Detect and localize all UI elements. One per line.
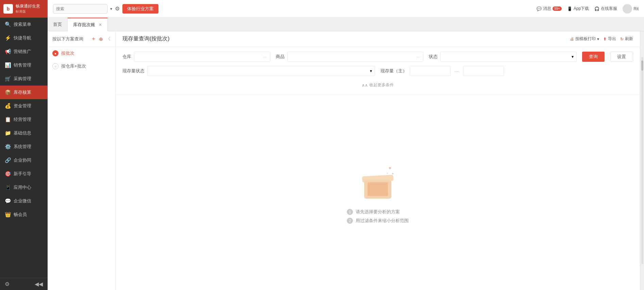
app-logo: b: [3, 4, 13, 14]
svg-rect-1: [368, 182, 388, 196]
sidebar-item-marketing[interactable]: 📢 营销推广: [0, 45, 48, 58]
filter-header: 按以下方案查询 ＋ ⊕ 《: [48, 31, 115, 47]
svg-text:✦: ✦: [388, 165, 392, 171]
sidebar: b 畅康通好生意 标准版 🔍 搜索菜单 ⚡ 快捷导航 📢 营销推广 📊 销售管理…: [0, 0, 48, 290]
sidebar-item-inventory[interactable]: 📦 库存核算: [0, 86, 48, 99]
filter-header-actions: ＋ ⊕ 《: [91, 35, 111, 42]
settings-button[interactable]: 设置: [610, 52, 633, 62]
search-filters: 仓库 ··· 商品 ···: [116, 47, 640, 95]
messages-group[interactable]: 💬 消息 99+: [537, 6, 562, 12]
qty-separator: —: [453, 69, 460, 74]
tab-inventory-batch[interactable]: 库存批次账 ✕: [68, 18, 108, 31]
finance-icon: 💰: [5, 103, 11, 109]
filter-item-warehouse-batch[interactable]: ○ 按仓库+批次: [48, 60, 115, 73]
topbar-dropdown-icon[interactable]: ▾: [110, 6, 112, 11]
query-button[interactable]: 查询: [582, 52, 605, 62]
warehouse-dots: ···: [263, 54, 267, 59]
topbar-search-input[interactable]: [53, 4, 107, 14]
user-avatar[interactable]: [623, 4, 632, 14]
settings-icon[interactable]: ⚙: [5, 281, 10, 287]
filter-item-batch-label: 按批次: [61, 50, 74, 56]
print-btn[interactable]: 🖨 按模板打印 ▾: [570, 36, 599, 42]
product-dots: ···: [417, 54, 421, 59]
svg-text:✦: ✦: [391, 172, 394, 176]
sidebar-item-quick-nav[interactable]: ⚡ 快捷导航: [0, 31, 48, 45]
headset-icon: 🎧: [594, 6, 599, 11]
main-area: ▾ ⚙ 体验行业方案 💬 消息 99+ 📱 App下载 🎧 在线客服 Rit: [48, 0, 644, 290]
sidebar-item-purchase[interactable]: 🛒 采购管理: [0, 72, 48, 86]
collapse-sidebar-icon[interactable]: ◀◀: [35, 281, 43, 287]
marketing-icon: 📢: [5, 49, 11, 55]
sidebar-item-operations[interactable]: 📋 经营管理: [0, 113, 48, 126]
inventory-status-label: 现存量状态: [122, 68, 145, 74]
appcenter-icon: 📱: [5, 184, 11, 191]
sidebar-item-enterprise[interactable]: 🔗 企业协同: [0, 153, 48, 167]
inventory-qty-min-input[interactable]: [410, 66, 451, 76]
sidebar-item-wechat[interactable]: 💬 企业微信: [0, 194, 48, 208]
warehouse-label: 仓库: [122, 54, 131, 60]
filter-item-warehouse-label: 按仓库+批次: [61, 63, 86, 69]
message-badge: 99+: [553, 6, 562, 11]
filter-item-warehouse-icon: ○: [52, 63, 58, 69]
app-edition: 标准版: [16, 9, 40, 14]
inventory-qty-field: 现存量（主） —: [380, 66, 633, 76]
filter-settings-icon[interactable]: ⊕: [99, 36, 103, 42]
sidebar-item-system[interactable]: ⚙️ 系统管理: [0, 140, 48, 153]
topbar-gear-icon[interactable]: ⚙: [115, 5, 120, 12]
sidebar-item-finance[interactable]: 💰 资金管理: [0, 99, 48, 113]
sidebar-header: b 畅康通好生意 标准版: [0, 0, 48, 18]
filter-add-icon[interactable]: ＋: [91, 35, 96, 42]
page-header: 现存量查询(按批次) 🖨 按模板打印 ▾ ⬆ 导出 ↻ 刷新: [116, 31, 640, 47]
enterprise-icon: 🔗: [5, 157, 11, 163]
sidebar-item-appcenter[interactable]: 📱 应用中心: [0, 181, 48, 194]
svg-text:✦: ✦: [386, 172, 389, 175]
tab-close-icon[interactable]: ✕: [99, 22, 102, 27]
empty-tips: 1 请先选择要分析的方案 2 用过滤条件来缩小分析范围: [347, 209, 409, 224]
sidebar-footer: ⚙ ◀◀: [0, 278, 48, 290]
filter-item-batch[interactable]: ● 按批次: [48, 47, 115, 60]
sidebar-item-sales[interactable]: 📊 销售管理: [0, 58, 48, 72]
product-input[interactable]: ···: [287, 52, 424, 62]
newuser-icon: 🎯: [5, 171, 11, 177]
product-field: 商品 ···: [276, 52, 424, 62]
collapse-filters-row[interactable]: ∧∧ 收起更多条件: [122, 80, 633, 90]
right-scrollbar[interactable]: [640, 31, 644, 290]
status-field: 状态 ▾: [429, 52, 577, 62]
sidebar-item-search[interactable]: 🔍 搜索菜单: [0, 18, 48, 31]
app-download-label: App下载: [574, 6, 589, 12]
page-title: 现存量查询(按批次): [122, 35, 170, 42]
refresh-btn[interactable]: ↻ 刷新: [620, 36, 633, 42]
inventory-qty-max-input[interactable]: [463, 66, 504, 76]
empty-tip-1: 1 请先选择要分析的方案: [347, 209, 409, 215]
tabbar: 首页 库存批次账 ✕: [48, 18, 644, 31]
inventory-status-select[interactable]: ▾: [147, 66, 375, 76]
warehouse-field: 仓库 ···: [122, 52, 270, 62]
sidebar-item-newuser[interactable]: 🎯 新手引导: [0, 167, 48, 181]
product-label: 商品: [276, 54, 285, 60]
filter-row-2: 现存量状态 ▾ 现存量（主） —: [122, 66, 633, 76]
warehouse-input[interactable]: ···: [134, 52, 270, 62]
tab-home[interactable]: 首页: [48, 18, 68, 31]
app-name: 畅康通好生意: [16, 4, 40, 9]
filter-row-1: 仓库 ··· 商品 ···: [122, 52, 633, 62]
inventory-icon: 📦: [5, 89, 11, 95]
collapse-label: 收起更多条件: [369, 82, 394, 88]
purchase-icon: 🛒: [5, 76, 11, 82]
status-select[interactable]: ▾: [440, 52, 577, 62]
print-dropdown-icon[interactable]: ▾: [597, 37, 599, 41]
app-download-group[interactable]: 📱 App下载: [567, 6, 589, 12]
export-btn[interactable]: ⬆ 导出: [603, 36, 616, 42]
online-service-group[interactable]: 🎧 在线客服: [594, 6, 617, 12]
export-icon: ⬆: [603, 37, 607, 41]
user-group[interactable]: Rit: [623, 4, 639, 14]
status-chevron-icon: ▾: [572, 54, 574, 59]
sidebar-item-member[interactable]: 👑 畅会员: [0, 208, 48, 221]
system-icon: ⚙️: [5, 144, 11, 150]
filter-collapse-icon[interactable]: 《: [106, 36, 111, 42]
message-icon: 💬: [537, 6, 542, 11]
inventory-qty-label: 现存量（主）: [380, 68, 407, 74]
tip-text-2: 用过滤条件来缩小分析范围: [356, 218, 409, 224]
inventory-status-chevron-icon: ▾: [370, 69, 372, 73]
sidebar-item-basic[interactable]: 📁 基础信息: [0, 126, 48, 140]
experience-btn[interactable]: 体验行业方案: [122, 4, 158, 14]
